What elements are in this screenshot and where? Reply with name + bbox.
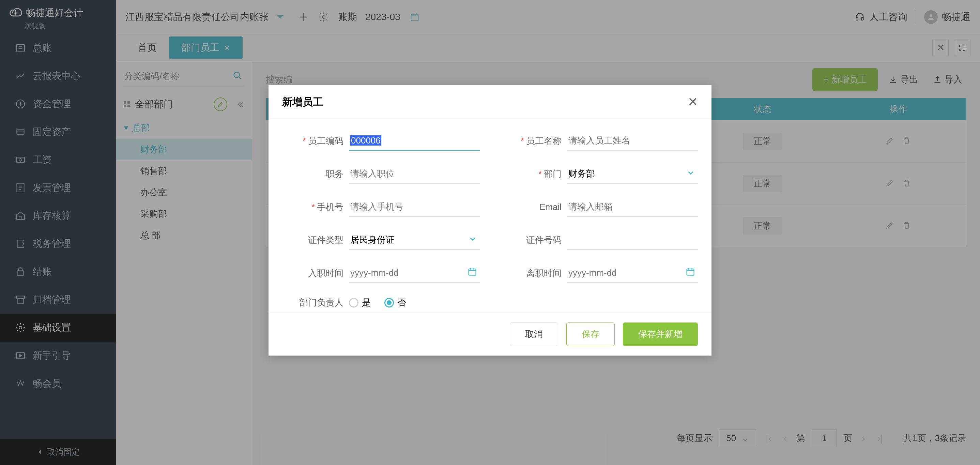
- field-hire-date: 入职时间: [282, 264, 480, 283]
- manager-no-radio[interactable]: 否: [384, 296, 406, 309]
- field-id-type: 证件类型: [282, 231, 480, 250]
- leave-date-input[interactable]: [567, 264, 698, 283]
- hire-date-input[interactable]: [349, 264, 480, 283]
- modal-footer: 取消 保存 保存并新增: [269, 313, 711, 355]
- modal-close-button[interactable]: ✕: [687, 95, 698, 109]
- field-label: Email: [539, 202, 562, 212]
- svg-rect-19: [687, 269, 694, 275]
- mobile-input[interactable]: [349, 197, 480, 217]
- cancel-button[interactable]: 取消: [510, 323, 558, 346]
- field-label: 部门负责人: [299, 297, 344, 307]
- modal-title: 新增员工: [282, 95, 323, 109]
- modal-header: 新增员工 ✕: [269, 85, 711, 119]
- field-employee-code: *员工编码 000006: [282, 131, 480, 151]
- field-mobile: *手机号: [282, 197, 480, 217]
- field-email: Email: [500, 197, 698, 217]
- new-employee-modal: 新增员工 ✕ *员工编码 000006 *员工名称 职务 *部门: [269, 85, 711, 355]
- field-label: 部门: [544, 169, 562, 179]
- field-label: 手机号: [317, 202, 344, 212]
- input-value: 000006: [350, 135, 381, 146]
- btn-label: 保存并新增: [638, 329, 682, 339]
- field-position: 职务: [282, 164, 480, 184]
- employee-code-input[interactable]: 000006: [349, 131, 480, 151]
- field-label: 员工名称: [526, 136, 562, 146]
- btn-label: 保存: [582, 329, 600, 339]
- position-input[interactable]: [349, 164, 480, 184]
- field-department: *部门: [500, 164, 698, 184]
- svg-rect-18: [469, 269, 476, 275]
- employee-name-input[interactable]: [567, 131, 698, 151]
- email-input[interactable]: [567, 197, 698, 217]
- radio-label: 否: [397, 296, 406, 309]
- field-label: 员工编码: [308, 136, 344, 146]
- id-type-select[interactable]: [349, 231, 480, 250]
- field-leave-date: 离职时间: [500, 264, 698, 283]
- field-id-number: 证件号码: [500, 231, 698, 250]
- calendar-icon[interactable]: [468, 267, 477, 277]
- field-label: 证件号码: [526, 235, 562, 245]
- modal-body: *员工编码 000006 *员工名称 职务 *部门 *手机号: [269, 119, 711, 313]
- field-label: 职务: [326, 169, 344, 179]
- field-label: 证件类型: [308, 235, 344, 245]
- save-and-new-button[interactable]: 保存并新增: [623, 323, 698, 346]
- field-dept-manager: 部门负责人 是 否: [282, 296, 698, 309]
- field-label: 入职时间: [308, 268, 344, 278]
- radio-label: 是: [362, 296, 371, 309]
- calendar-icon[interactable]: [686, 267, 695, 277]
- id-number-input[interactable]: [567, 231, 698, 250]
- btn-label: 取消: [525, 329, 543, 339]
- manager-yes-radio[interactable]: 是: [349, 296, 371, 309]
- field-label: 离职时间: [526, 268, 562, 278]
- department-select[interactable]: [567, 164, 698, 184]
- save-button[interactable]: 保存: [566, 323, 615, 346]
- field-employee-name: *员工名称: [500, 131, 698, 151]
